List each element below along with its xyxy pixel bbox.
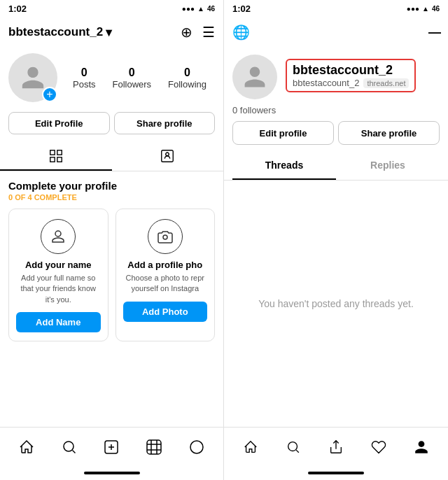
nav-home-icon[interactable] <box>14 435 39 460</box>
followers-label: Followers <box>112 79 151 90</box>
menu-icon[interactable]: ☰ <box>202 24 215 41</box>
camera-icon <box>148 219 183 254</box>
globe-icon[interactable]: 🌐 <box>232 24 250 41</box>
username-highlight-box: bbtestaccount_2 bbtestaccount_2 threads.… <box>286 59 416 92</box>
right-edit-profile-button[interactable]: Edit profile <box>232 121 334 145</box>
threads-badge: threads.net <box>363 78 409 88</box>
svg-point-7 <box>64 442 74 451</box>
card1-desc: Add your full name so that your friends … <box>16 273 101 305</box>
nav-reels-icon[interactable] <box>141 435 167 460</box>
add-photo-button[interactable]: Add Photo <box>123 302 208 322</box>
header-left: bbtestaccount_2 ▾ ⊕ ☰ <box>0 17 223 48</box>
stat-posts: 0 Posts <box>73 66 96 90</box>
right-username-main: bbtestaccount_2 <box>293 63 409 78</box>
tab-replies[interactable]: Replies <box>336 152 440 180</box>
right-nav-share-icon[interactable] <box>323 435 349 460</box>
right-user-info: bbtestaccount_2 bbtestaccount_2 threads.… <box>286 59 440 95</box>
right-panel: 1:02 ●●● ▲ 46 🌐 — bbtestaccount_2 bbtest… <box>224 0 448 480</box>
home-indicator-left <box>0 466 223 480</box>
edit-profile-button[interactable]: Edit Profile <box>8 112 110 134</box>
svg-point-6 <box>163 235 167 239</box>
signal-icon: ●●● <box>182 5 195 13</box>
right-followers-text: 0 followers <box>224 105 448 121</box>
profile-section: + 0 Posts 0 Followers 0 Following <box>0 48 223 106</box>
right-empty-state: You haven't posted any threads yet. <box>224 181 448 427</box>
person-icon <box>41 219 76 254</box>
right-username-sub: bbtestaccount_2 threads.net <box>293 78 409 88</box>
bottom-nav-left <box>0 427 223 466</box>
posts-count: 0 <box>81 66 88 79</box>
status-icons-right: ●●● ▲ 46 <box>407 5 440 13</box>
home-indicator-right <box>224 466 448 480</box>
status-time-left: 1:02 <box>8 3 27 14</box>
right-nav-home-icon[interactable] <box>238 435 263 460</box>
share-profile-button[interactable]: Share profile <box>114 112 216 134</box>
card2-title: Add a profile pho <box>123 260 208 270</box>
header-username[interactable]: bbtestaccount_2 ▾ <box>8 25 112 40</box>
complete-title: Complete your profile <box>8 180 215 192</box>
battery-icon-right: 46 <box>432 5 440 13</box>
svg-point-5 <box>166 153 169 156</box>
card1-title: Add your name <box>16 260 101 270</box>
card-add-photo: Add a profile pho Choose a photo to repr… <box>115 209 216 341</box>
svg-rect-9 <box>147 440 161 454</box>
left-panel: 1:02 ●●● ▲ 46 bbtestaccount_2 ▾ ⊕ ☰ + <box>0 0 224 480</box>
wifi-icon: ▲ <box>197 5 204 13</box>
svg-rect-2 <box>50 157 55 162</box>
nav-add-icon[interactable] <box>99 435 124 460</box>
stats-row: 0 Posts 0 Followers 0 Following <box>64 66 215 90</box>
svg-rect-3 <box>57 157 62 162</box>
svg-point-10 <box>190 441 203 453</box>
empty-text: You haven't posted any threads yet. <box>258 298 414 309</box>
header-icons-left: ⊕ ☰ <box>181 24 215 41</box>
following-label: Following <box>168 79 206 90</box>
stat-followers: 0 Followers <box>112 66 151 90</box>
posts-label: Posts <box>73 79 96 90</box>
avatar-add-button[interactable]: + <box>42 87 57 102</box>
following-count: 0 <box>184 66 190 79</box>
right-profile-section: bbtestaccount_2 bbtestaccount_2 threads.… <box>224 48 448 105</box>
status-bar-left: 1:02 ●●● ▲ 46 <box>0 0 223 17</box>
followers-count: 0 <box>129 66 135 79</box>
card2-desc: Choose a photo to repr yourself on Insta… <box>123 273 208 295</box>
right-tabs: Threads Replies <box>224 152 448 181</box>
add-post-icon[interactable]: ⊕ <box>181 24 192 41</box>
complete-subtitle: 0 OF 4 COMPLETE <box>8 193 215 202</box>
svg-rect-0 <box>50 150 55 155</box>
nav-search-icon[interactable] <box>57 435 82 460</box>
tab-bar-left <box>0 143 223 171</box>
right-nav-heart-icon[interactable] <box>366 435 391 460</box>
right-avatar <box>232 55 277 99</box>
svg-rect-1 <box>57 150 62 155</box>
threads-menu-icon[interactable]: — <box>428 25 440 40</box>
signal-icon-right: ●●● <box>407 5 419 13</box>
nav-profile-circle-icon[interactable] <box>184 435 209 460</box>
avatar-container: + <box>8 53 57 102</box>
card-add-name: Add your name Add your full name so that… <box>8 209 108 341</box>
threads-username: bbtestaccount_2 <box>293 78 359 88</box>
tab-person[interactable] <box>112 143 224 171</box>
complete-cards: Add your name Add your full name so that… <box>8 209 215 341</box>
right-nav-profile-icon[interactable] <box>409 435 434 460</box>
tab-threads[interactable]: Threads <box>232 152 336 180</box>
right-nav-search-icon[interactable] <box>281 435 306 460</box>
status-icons-left: ●●● ▲ 46 <box>182 5 215 13</box>
complete-section: Complete your profile 0 OF 4 COMPLETE Ad… <box>0 171 223 346</box>
battery-icon: 46 <box>207 5 215 13</box>
action-buttons-left: Edit Profile Share profile <box>0 106 223 140</box>
right-share-profile-button[interactable]: Share profile <box>338 121 440 145</box>
stat-following: 0 Following <box>168 66 206 90</box>
status-bar-right: 1:02 ●●● ▲ 46 <box>224 0 448 17</box>
username-label: bbtestaccount_2 <box>8 25 103 39</box>
tab-grid[interactable] <box>0 143 112 171</box>
bottom-nav-right <box>224 427 448 466</box>
header-right: 🌐 — <box>224 17 448 48</box>
wifi-icon-right: ▲ <box>422 5 429 13</box>
add-name-button[interactable]: Add Name <box>16 312 101 332</box>
right-action-buttons: Edit profile Share profile <box>224 121 448 152</box>
status-time-right: 1:02 <box>232 3 251 14</box>
svg-point-11 <box>288 442 298 451</box>
chevron-down-icon: ▾ <box>106 25 112 40</box>
